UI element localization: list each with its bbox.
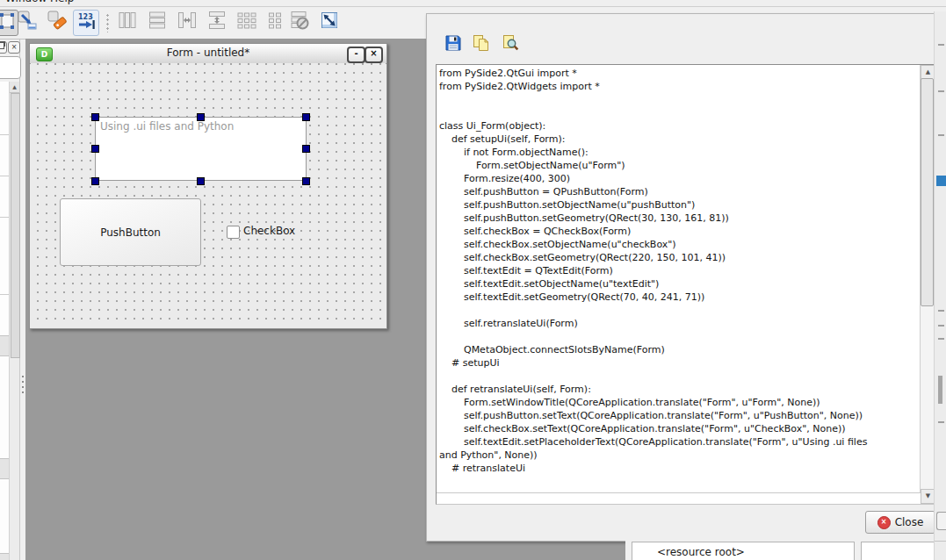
code-line: self.checkBox.setObjectName(u"checkBox") [439,238,918,251]
form-close-button[interactable]: × [365,47,383,63]
edit-signals-slots-icon [18,11,37,33]
save-button[interactable] [442,33,465,56]
code-line: Form.resize(400, 300) [439,172,918,185]
edge-tick [938,338,944,340]
code-line: class Ui_Form(object): [439,119,918,133]
resource-detail-panel[interactable] [861,542,943,560]
selection-handle[interactable] [302,145,310,153]
right-edge-panel [934,11,946,560]
textedit-widget[interactable]: Using .ui files and Python [95,117,307,181]
close-icon: × [11,43,18,51]
edit-buddies-button[interactable] [45,10,69,34]
widgetbox-list[interactable] [0,82,9,560]
code-line: Form.setObjectName(u"Form") [439,159,918,172]
selection-handle[interactable] [91,145,99,153]
edge-divider [935,541,946,542]
menubar: Window Help [0,0,946,7]
form-titlebar[interactable]: D Form - untitled* - × [30,44,386,64]
code-vertical-scrollbar[interactable]: ▲ ▼ [920,65,934,504]
code-line: self.retranslateUi(Form) [439,317,918,330]
code-horizontal-scrollbar[interactable] [437,492,921,504]
list-category-row[interactable] [0,335,9,356]
save-icon [444,33,463,56]
code-preview-dialog: from PySide2.QtGui import *from PySide2.… [426,13,935,542]
form-canvas[interactable]: Using .ui files and Python PushButton Ch… [31,63,386,327]
selection-handle[interactable] [302,177,310,185]
toolbar-separator [106,13,109,32]
form-editor-window: D Form - untitled* - × Using .ui files a… [29,43,387,329]
edit-buddies-icon [47,11,67,33]
copy-icon [472,33,491,56]
layout-grid-button[interactable] [235,10,259,34]
menubar-item-help[interactable]: Help [50,0,74,4]
code-line [439,106,918,119]
menubar-item-window[interactable]: Window [5,0,47,4]
layout-horizontally-icon [148,11,167,33]
edge-tick [938,310,944,312]
pushbutton-widget[interactable]: PushButton [60,198,201,266]
code-line: QMetaObject.connectSlotsByName(Form) [439,343,918,356]
layout-form-button[interactable] [263,10,287,34]
scrollbar-thumb[interactable] [11,93,20,358]
checkbox-box[interactable] [227,226,240,239]
code-line: # retranslateUi [439,462,918,475]
scroll-up-button[interactable]: ▲ [10,82,19,93]
layout-horizontally-button[interactable] [145,10,170,34]
code-line: self.textEdit = QTextEdit(Form) [439,264,918,277]
partial-button[interactable] [936,512,946,530]
float-icon [0,42,4,49]
code-line: self.textEdit.setGeometry(QRect(70, 40, … [439,291,918,304]
selection-handle[interactable] [302,113,310,121]
code-line: if not Form.objectName(): [439,146,918,159]
list-category-row[interactable] [0,458,9,479]
layout-vertical-splitter-button[interactable] [205,10,229,34]
code-line [439,304,918,317]
adjust-size-icon [320,11,339,33]
adjust-size-button[interactable] [317,10,342,34]
copy-button[interactable] [470,33,493,56]
code-text-area[interactable]: from PySide2.QtGui import *from PySide2.… [436,64,935,505]
break-layout-button[interactable] [287,10,312,34]
find-icon [501,33,520,56]
form-window-title: Form - untitled* [30,47,386,59]
layout-grid-icon [237,11,256,33]
edit-signals-slots-button[interactable] [15,10,40,34]
dock-float-button[interactable] [0,41,7,54]
list-separator [0,217,9,218]
close-button[interactable]: × Close [865,511,935,534]
layout-vertically-button[interactable] [115,10,140,34]
selection-handle[interactable] [197,113,205,121]
code-line: self.textEdit.setPlaceholderText(QCoreAp… [439,435,918,449]
resource-tree-panel[interactable]: <resource root> [632,542,855,560]
layout-horizontal-splitter-icon [177,11,197,33]
code-line [439,330,918,343]
code-line: self.textEdit.setObjectName(u"textEdit") [439,277,918,291]
edge-tick [938,421,944,423]
scrollbar-thumb[interactable] [921,78,934,306]
selection-handle[interactable] [197,177,205,185]
form-minimize-button[interactable]: - [347,47,365,63]
layout-vertically-icon [118,11,137,33]
list-category-row[interactable] [0,553,9,560]
edit-tab-order-button[interactable]: 123 [73,10,99,36]
up-arrow-icon: ▲ [12,83,17,90]
code-line: and Python", None)) [439,449,918,462]
selection-handle[interactable] [91,177,99,185]
dock-close-button[interactable]: × [8,41,20,54]
code-line: self.checkBox = QCheckBox(Form) [439,225,918,238]
code-lines: from PySide2.QtGui import *from PySide2.… [439,67,918,475]
scroll-down-button[interactable]: ▼ [921,489,935,504]
layout-horizontal-splitter-button[interactable] [175,10,199,34]
find-button[interactable] [499,33,522,56]
code-line: self.pushButton.setGeometry(QRect(30, 13… [439,212,918,225]
dock-scrollbar[interactable]: ▲ [9,82,19,560]
code-line: from PySide2.QtGui import * [439,67,918,80]
textedit-placeholder: Using .ui files and Python [100,120,234,133]
splitter-handle[interactable] [22,374,24,397]
selection-handle[interactable] [91,113,99,121]
widget-filter-input[interactable] [0,56,21,79]
layout-form-icon [265,11,285,33]
edge-scrollbar-thumb[interactable] [938,376,942,404]
edge-tick [938,90,944,92]
code-line [439,370,918,383]
